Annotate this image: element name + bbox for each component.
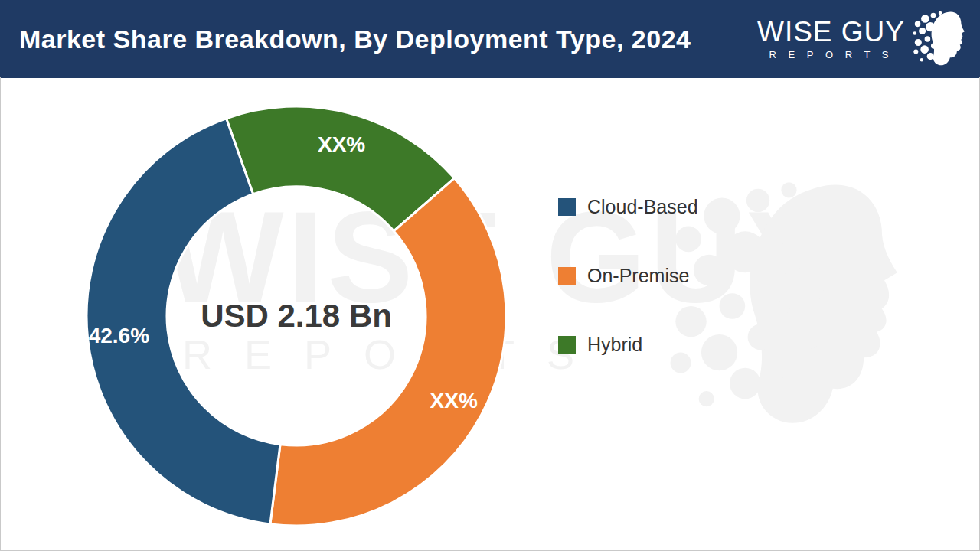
slice-label-hybrid: XX% bbox=[318, 132, 365, 156]
logo-wordmark-line2: R E P O R T S bbox=[769, 49, 893, 61]
header-bar: Market Share Breakdown, By Deployment Ty… bbox=[0, 0, 980, 78]
chart-legend: Cloud-Based On-Premise Hybrid bbox=[558, 196, 698, 355]
slice-on-premise bbox=[270, 178, 506, 526]
chart-center-value: USD 2.18 Bn bbox=[166, 298, 426, 334]
legend-swatch-on-premise bbox=[558, 267, 576, 285]
legend-label: On-Premise bbox=[587, 265, 689, 287]
page-title: Market Share Breakdown, By Deployment Ty… bbox=[19, 24, 691, 54]
wise-guy-face-icon bbox=[910, 8, 966, 70]
legend-item-on-premise: On-Premise bbox=[558, 265, 698, 286]
legend-swatch-cloud-based bbox=[558, 198, 576, 216]
logo-wordmark-line1: WISE GUY bbox=[757, 17, 905, 47]
logo-wordmark: WISE GUY R E P O R T S bbox=[757, 17, 905, 61]
wise-guy-logo: WISE GUY R E P O R T S bbox=[757, 8, 966, 70]
slice-label-on-premise: XX% bbox=[430, 389, 478, 412]
infographic-page: Market Share Breakdown, By Deployment Ty… bbox=[0, 0, 980, 551]
slice-label-cloud-based: 42.6% bbox=[89, 324, 149, 347]
legend-label: Cloud-Based bbox=[587, 196, 698, 218]
legend-item-cloud-based: Cloud-Based bbox=[558, 196, 698, 217]
legend-swatch-hybrid bbox=[558, 336, 576, 354]
legend-item-hybrid: Hybrid bbox=[558, 334, 698, 355]
legend-label: Hybrid bbox=[587, 334, 642, 356]
